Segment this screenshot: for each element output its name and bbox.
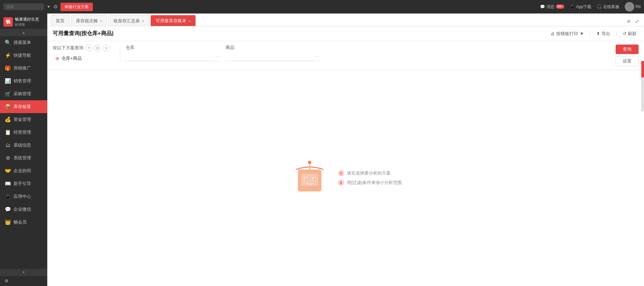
online-service-label: 在线客服: [603, 4, 619, 10]
query-actions: 查询 设置: [616, 45, 639, 66]
query-panel: 按以下方案查询 + ⊙ « ⊛ 仓库+商品 仓库 ···: [47, 41, 644, 70]
tab-receive-summary-close[interactable]: ×: [142, 19, 144, 23]
gear-icon[interactable]: ⚙: [53, 4, 58, 10]
print-dropdown-icon: ▼: [579, 31, 584, 36]
top-bar: ▼ ⚙ 体验行业方案 💬 消息 99+ 📱 App下载 🎧 在线客服 Rit: [0, 0, 644, 14]
sidebar-item-label: 采购管理: [14, 91, 31, 97]
product-input[interactable]: [226, 54, 311, 59]
settings-scheme-btn[interactable]: ⊙: [94, 45, 101, 51]
tab-close-btn[interactable]: ✕: [625, 17, 632, 26]
sidebar-item-label: 资金管理: [14, 116, 31, 123]
add-scheme-btn[interactable]: +: [85, 45, 92, 51]
online-service-group[interactable]: 🎧 在线客服: [597, 4, 619, 10]
product-label: 商品: [226, 45, 320, 51]
phone-icon: 📱: [5, 193, 11, 200]
sidebar-items: 🔍 搜索菜单 ⚡ 快捷导航 🎁 营销推广 📊 销售管理 🛒 采购管理 📦: [0, 36, 47, 269]
dropdown-icon[interactable]: ▼: [47, 4, 51, 9]
scheme-item-warehouse-product[interactable]: ⊛ 仓库+商品: [53, 54, 114, 63]
sidebar-item-system[interactable]: ⚙ 系统管理: [0, 152, 47, 164]
chart-icon: 📊: [5, 78, 11, 84]
svg-point-4: [305, 178, 306, 180]
scheme-item-icon: ⊛: [55, 56, 59, 61]
settings-btn[interactable]: 设置: [616, 56, 639, 66]
sidebar-item-basic[interactable]: 🗂 基础信息: [0, 139, 47, 152]
tab-receive-summary[interactable]: 收发存汇总表 ×: [108, 15, 149, 26]
tab-home[interactable]: 首页: [51, 15, 70, 26]
warehouse-input-group: ···: [126, 52, 220, 61]
scrollbar-thumb: [641, 61, 644, 78]
tab-batch-ledger[interactable]: 库存批次账 ×: [71, 15, 107, 26]
sidebar-scroll-down[interactable]: ▼: [0, 269, 47, 276]
tab-maximize-btn[interactable]: ⤢: [634, 17, 641, 26]
sidebar-item-member[interactable]: 👑 畅会员: [0, 216, 47, 229]
sidebar-item-search[interactable]: 🔍 搜索菜单: [0, 36, 47, 49]
empty-tip-1: 1 请先选择要分析的方案: [338, 170, 402, 176]
brand-icon: 畅: [3, 17, 13, 27]
industry-btn[interactable]: 体验行业方案: [60, 3, 93, 11]
tab-actions: ✕ ⤢: [625, 17, 641, 26]
sidebar-scroll-up[interactable]: ▲: [0, 29, 47, 36]
tab-home-label: 首页: [56, 18, 65, 24]
sidebar-item-purchase[interactable]: 🛒 采购管理: [0, 87, 47, 100]
warehouse-more-btn[interactable]: ···: [214, 53, 220, 59]
sidebar-item-label: 系统管理: [14, 155, 31, 161]
query-scheme-section: 按以下方案查询 + ⊙ « ⊛ 仓库+商品: [53, 45, 120, 63]
print-template-btn[interactable]: 🖨 按模板打印 ▼: [548, 29, 586, 38]
sidebar-item-enterprise[interactable]: 🤝 企业协同: [0, 164, 47, 177]
brand-sub: 标准版: [15, 22, 39, 27]
tab-available-ledger-close[interactable]: ×: [188, 19, 190, 23]
warehouse-input[interactable]: [126, 54, 211, 59]
sidebar-item-label: 企业协同: [14, 168, 31, 174]
app-download-label: App下载: [576, 4, 591, 10]
tip-text-2: 用[过滤]条件来缩小分析范围: [347, 180, 402, 186]
user-group[interactable]: Rit: [625, 2, 641, 11]
clipboard-icon: 📋: [5, 129, 11, 135]
tab-batch-ledger-close[interactable]: ×: [100, 19, 102, 23]
product-input-group: ···: [226, 52, 320, 61]
content-area: 首页 库存批次账 × 收发存汇总表 × 可用量库存账本 × ✕ ⤢ 可用量查询(…: [47, 14, 644, 286]
svg-point-7: [308, 161, 311, 164]
sidebar: 畅 畅康通好生意 标准版 ▲ 🔍 搜索菜单 ⚡ 快捷导航 🎁 营销推广 📊 销售: [0, 14, 47, 286]
sidebar-item-label: 新手引导: [14, 181, 31, 187]
empty-state: 1 请先选择要分析的方案 2 用[过滤]条件来缩小分析范围: [47, 70, 644, 286]
sidebar-item-wechat[interactable]: 💬 企业微信: [0, 203, 47, 216]
page-header: 可用量查询(按仓库+商品) 🖨 按模板打印 ▼ ⬆ 导出 ↺ 刷新: [47, 26, 644, 41]
message-group[interactable]: 💬 消息 99+: [540, 4, 564, 10]
scheme-header-label: 按以下方案查询: [53, 45, 83, 51]
export-btn[interactable]: ⬆ 导出: [594, 29, 612, 38]
right-scrollbar[interactable]: [641, 61, 644, 111]
collapse-scheme-btn[interactable]: «: [103, 45, 110, 51]
query-field-product: 商品 ···: [226, 45, 320, 61]
svg-point-5: [314, 178, 315, 180]
sidebar-bottom[interactable]: ⚙: [0, 276, 47, 286]
product-more-btn[interactable]: ···: [314, 53, 320, 59]
sidebar-item-finance[interactable]: 💰 资金管理: [0, 113, 47, 126]
settings-icon: ⚙: [5, 279, 8, 283]
sidebar-item-newbie[interactable]: 📖 新手引导: [0, 177, 47, 190]
page-header-actions: 🖨 按模板打印 ▼ ⬆ 导出 ↺ 刷新: [548, 29, 639, 38]
crown-icon: 👑: [5, 219, 11, 225]
sidebar-item-shortcut[interactable]: ⚡ 快捷导航: [0, 49, 47, 62]
page-title: 可用量查询(按仓库+商品): [53, 30, 113, 37]
tab-available-ledger[interactable]: 可用量库存账本 ×: [151, 15, 196, 26]
sidebar-item-operations[interactable]: 📋 经营管理: [0, 126, 47, 139]
refresh-label: 刷新: [628, 31, 637, 37]
query-btn[interactable]: 查询: [616, 45, 639, 54]
tip-number-2: 2: [338, 180, 344, 186]
tab-receive-summary-label: 收发存汇总表: [113, 18, 140, 24]
avatar: [625, 2, 634, 11]
sidebar-item-appstore[interactable]: 📱 应用中心: [0, 190, 47, 203]
search-input[interactable]: [3, 3, 44, 10]
money-icon: 💰: [5, 116, 11, 123]
headset-icon: 🎧: [597, 4, 602, 9]
refresh-btn[interactable]: ↺ 刷新: [621, 29, 639, 38]
tab-available-ledger-label: 可用量库存账本: [156, 18, 186, 24]
sidebar-item-inventory[interactable]: 📦 库存核算: [0, 100, 47, 113]
sidebar-item-marketing[interactable]: 🎁 营销推广: [0, 62, 47, 75]
cart-icon: 🛒: [5, 91, 11, 97]
export-icon: ⬆: [596, 31, 600, 36]
app-download-group[interactable]: 📱 App下载: [570, 4, 591, 10]
tip-number-1: 1: [338, 170, 344, 176]
sidebar-item-sales[interactable]: 📊 销售管理: [0, 75, 47, 87]
box-icon: 📦: [5, 104, 11, 110]
